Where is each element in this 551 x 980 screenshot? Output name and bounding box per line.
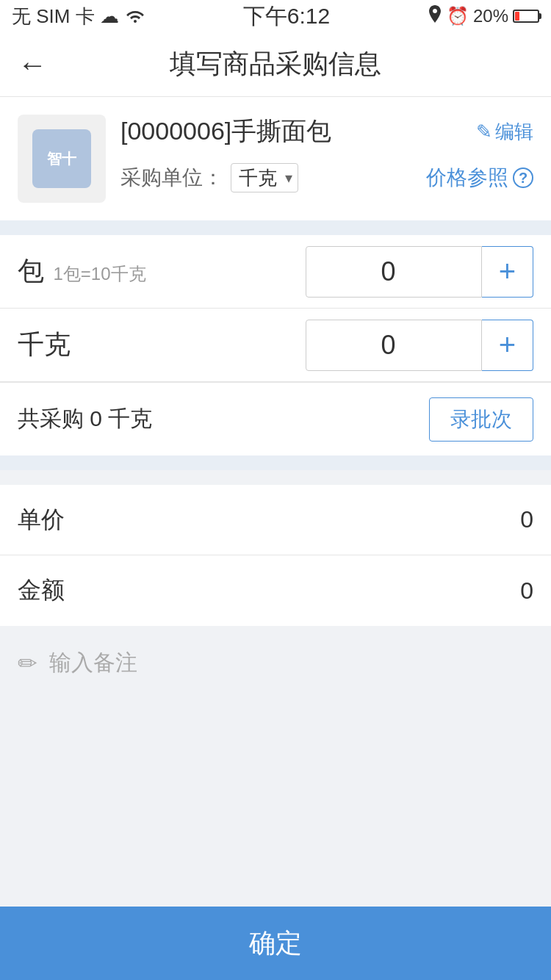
product-card: 智十 [0000006]手撕面包 ✎ 编辑 采购单位： 千克 包 (0, 97, 551, 220)
status-right: ⏰ 20% (428, 5, 539, 27)
price-ref-label: 价格参照 (426, 164, 508, 192)
bao-input-row: 包 1包=10千克 + (0, 235, 551, 309)
unit-label: 采购单位： (120, 164, 223, 192)
kg-input[interactable] (306, 320, 482, 371)
unit-select-wrap[interactable]: 千克 包 (231, 163, 298, 192)
price-ref-button[interactable]: 价格参照 ? (426, 164, 533, 192)
unit-price-label: 单价 (18, 504, 65, 536)
input-section: 包 1包=10千克 + 千克 + 共采购 0 千克 录批次 (0, 235, 551, 455)
battery-icon (513, 10, 539, 23)
network-status: 无 SIM 卡 ☁ (12, 4, 119, 29)
kg-label: 千克 (18, 327, 71, 363)
alarm-icon: ⏰ (447, 6, 469, 26)
kg-plus-button[interactable]: + (482, 320, 533, 371)
total-row: 共采购 0 千克 录批次 (0, 382, 551, 455)
edit-button[interactable]: ✎ 编辑 (476, 119, 533, 145)
unit-price-value: 0 (520, 506, 533, 533)
unit-select[interactable]: 千克 包 (231, 163, 298, 192)
status-left: 无 SIM 卡 ☁ (12, 4, 145, 29)
location-icon (428, 5, 442, 27)
price-section: 单价 0 金额 0 (0, 485, 551, 626)
kg-input-right: + (306, 320, 533, 371)
batch-button[interactable]: 录批次 (429, 397, 533, 442)
nav-bar: ← 填写商品采购信息 (0, 32, 551, 97)
wifi-icon (125, 5, 145, 28)
edit-icon: ✎ (476, 120, 492, 143)
bao-input-right: + (306, 246, 533, 298)
bao-sublabel: 1包=10千克 (53, 264, 145, 284)
product-info: [0000006]手撕面包 ✎ 编辑 采购单位： 千克 包 价格参照 ? (120, 115, 533, 192)
product-image: 智十 (18, 115, 106, 203)
amount-row: 金额 0 (0, 555, 551, 626)
bao-input[interactable] (306, 246, 482, 298)
status-time: 下午6:12 (243, 1, 330, 32)
bao-label-group: 包 1包=10千克 (18, 253, 146, 289)
section-divider-2 (0, 455, 551, 470)
note-placeholder: 输入备注 (49, 648, 137, 678)
unit-left: 采购单位： 千克 包 (120, 163, 298, 192)
amount-value: 0 (520, 577, 533, 605)
note-section[interactable]: ✏ 输入备注 (0, 626, 551, 700)
bao-label: 包 (18, 256, 44, 286)
confirm-bar[interactable]: 确定 (0, 907, 551, 980)
total-label: 共采购 0 千克 (18, 404, 152, 434)
unit-price-row: 单价 0 (0, 485, 551, 555)
product-logo: 智十 (32, 129, 91, 188)
bao-plus-button[interactable]: + (482, 246, 533, 298)
product-name: [0000006]手撕面包 (120, 115, 331, 148)
pencil-icon: ✏ (18, 649, 37, 677)
back-button[interactable]: ← (18, 50, 47, 79)
status-bar: 无 SIM 卡 ☁ 下午6:12 ⏰ 20% (0, 0, 551, 32)
unit-row: 采购单位： 千克 包 价格参照 ? (120, 163, 533, 192)
kg-input-row: 千克 + (0, 309, 551, 382)
battery-percent: 20% (473, 6, 508, 26)
section-divider-1 (0, 220, 551, 235)
page-title: 填写商品采购信息 (170, 46, 381, 82)
content-spacer (0, 700, 551, 920)
confirm-button[interactable]: 确定 (249, 926, 302, 962)
product-name-row: [0000006]手撕面包 ✎ 编辑 (120, 115, 533, 148)
amount-label: 金额 (18, 574, 65, 607)
help-icon: ? (513, 167, 533, 188)
